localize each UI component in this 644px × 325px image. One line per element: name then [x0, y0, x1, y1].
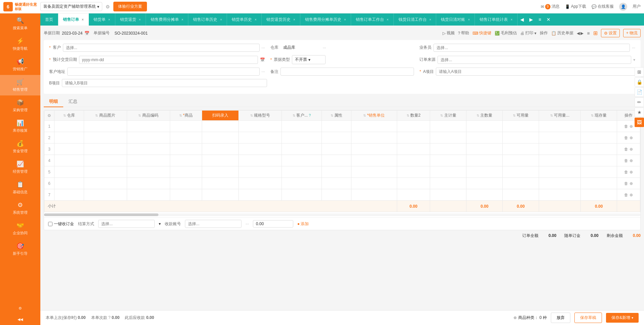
staff-ellipsis[interactable]: ···: [632, 45, 635, 50]
col-gear[interactable]: ⚙: [44, 111, 54, 121]
tab-sales-return[interactable]: 销货退货 ×: [115, 13, 146, 26]
col-scan[interactable]: 扫码录入: [202, 111, 239, 121]
remarks-input[interactable]: [280, 68, 414, 76]
horizontal-scrollbar[interactable]: [44, 213, 640, 216]
tab-detail[interactable]: 明细: [44, 96, 63, 107]
row-copy-6[interactable]: ⊕: [630, 181, 633, 186]
right-btn-grid[interactable]: ⊞: [635, 67, 644, 77]
right-btn-star[interactable]: ★: [635, 108, 644, 117]
view-btn[interactable]: ▷ 视频: [443, 30, 455, 36]
profit-btn[interactable]: 💹 毛利预估: [495, 30, 517, 36]
tab-fee-history[interactable]: 销售费用分摊单历史 ×: [300, 13, 351, 26]
staff-input[interactable]: [433, 44, 630, 52]
sidebar-settings-btn[interactable]: ⚙: [0, 303, 40, 314]
help-btn[interactable]: ? 帮助: [458, 30, 469, 36]
solution-button[interactable]: 体验行业方案: [113, 2, 147, 11]
sidebar-collapse-btn[interactable]: ◀◀: [0, 314, 40, 325]
settings-icon[interactable]: ⚙: [106, 4, 110, 9]
row-delete-4[interactable]: 🗑: [624, 158, 628, 163]
add-col-btn[interactable]: + 物流: [623, 29, 641, 37]
tab-close-order-workbench[interactable]: ×: [387, 18, 389, 22]
row-delete-5[interactable]: 🗑: [624, 170, 628, 174]
sidebar-item-sales[interactable]: 🛒 销售管理: [0, 75, 40, 95]
history-btn[interactable]: 📋 历史单据: [551, 30, 573, 36]
tab-daily-reconcile[interactable]: 钱货日清对账 ×: [436, 13, 475, 26]
row-copy-7[interactable]: ⊕: [630, 193, 633, 197]
add-payment-btn[interactable]: ● 添加: [297, 221, 309, 227]
order-source-input[interactable]: [438, 56, 631, 64]
row-copy-3[interactable]: ⊕: [630, 147, 633, 152]
tab-daily-workbench[interactable]: 钱货日清工作台 ×: [394, 13, 437, 26]
delivery-date-input[interactable]: [79, 56, 258, 64]
account-ellipsis[interactable]: ···: [245, 221, 249, 226]
tab-sales-fee[interactable]: 销售费用分摊单 ×: [146, 13, 189, 26]
tab-sales-goods[interactable]: 销货单 ×: [89, 13, 115, 26]
tab-close-daily-reconcile[interactable]: ×: [468, 18, 470, 22]
sidebar-item-system[interactable]: ⚙ 系统管理: [0, 198, 40, 218]
tab-home[interactable]: 首页: [40, 13, 58, 26]
row-delete-3[interactable]: 🗑: [624, 147, 628, 152]
save-new-btn[interactable]: 保存&新增 ▾: [606, 313, 639, 323]
account-input[interactable]: [185, 220, 241, 228]
operate-btn[interactable]: 操作: [540, 30, 548, 36]
online-support-btn[interactable]: 💬 在线客服: [592, 4, 614, 9]
tab-prev-btn[interactable]: ◀: [518, 17, 527, 22]
save-draft-btn[interactable]: 保存草稿: [574, 313, 602, 323]
tab-close-sales-fee[interactable]: ×: [182, 18, 184, 22]
right-btn-image[interactable]: 🖼: [635, 118, 644, 127]
tab-order-workbench[interactable]: 销售订单工作台 ×: [351, 13, 394, 26]
right-btn-edit[interactable]: ✏: [635, 97, 644, 107]
pay-method-input[interactable]: [98, 220, 155, 228]
tab-close-sales-order[interactable]: ×: [82, 18, 84, 22]
b-project-input[interactable]: [62, 79, 267, 87]
prev-record-btn[interactable]: ◀: [577, 31, 580, 36]
tab-close-sales-goods[interactable]: ×: [108, 18, 110, 22]
sidebar-item-finance[interactable]: 💰 资金管理: [0, 136, 40, 157]
customer-ellipsis[interactable]: ···: [262, 45, 265, 50]
tab-sales-order-history[interactable]: 销售订单历史 ×: [188, 13, 227, 26]
row-delete-1[interactable]: 🗑: [624, 124, 628, 129]
row-delete-2[interactable]: 🗑: [624, 135, 628, 140]
tab-sales-order[interactable]: 销售订单 ×: [58, 13, 89, 26]
right-btn-doc[interactable]: 📄: [635, 87, 644, 97]
next-record-btn[interactable]: ▶: [580, 31, 583, 36]
sidebar-item-quicknav[interactable]: ⚡ 快捷导航: [0, 34, 40, 54]
sidebar-item-purchase[interactable]: 📦 采购管理: [0, 95, 40, 116]
current-save-info[interactable]: ?: [108, 315, 111, 320]
row-delete-7[interactable]: 🗑: [624, 193, 628, 197]
order-source-chevron[interactable]: ▾: [633, 57, 635, 62]
tab-return-history[interactable]: 销货退货历史 ×: [262, 13, 300, 26]
tab-goods-history[interactable]: 销货单历史 ×: [227, 13, 262, 26]
tab-close-sales-order-history[interactable]: ×: [220, 18, 222, 22]
customer-input[interactable]: [63, 44, 260, 52]
system-selector[interactable]: 装备及固定资产辅助管理系统 ▾: [40, 2, 102, 11]
tab-close-sales-return[interactable]: ×: [139, 18, 141, 22]
row-copy-4[interactable]: ⊕: [630, 158, 633, 163]
sidebar-item-inventory[interactable]: 📊 库存核算: [0, 116, 40, 136]
address-ellipsis[interactable]: ···: [262, 69, 265, 74]
tab-next-btn[interactable]: ▶: [527, 17, 536, 22]
warehouse-ellipsis[interactable]: ···: [323, 45, 326, 50]
tab-close-daily-workbench[interactable]: ×: [429, 18, 431, 22]
shortcut-btn[interactable]: ⌨ 快捷键: [472, 30, 491, 36]
sidebar-item-guide[interactable]: 🎯 新手引导: [0, 239, 40, 259]
setting-btn[interactable]: ⚙ 设置: [601, 29, 620, 37]
scrollbar-thumb[interactable]: [44, 213, 158, 216]
app-download-btn[interactable]: 📱 App下载: [565, 4, 586, 9]
expand-btn[interactable]: ⊞: [593, 30, 598, 36]
tab-summary[interactable]: 汇总: [63, 96, 83, 107]
customer-address-input[interactable]: [67, 68, 260, 76]
quick-deposit-check[interactable]: [48, 222, 52, 226]
row-copy-2[interactable]: ⊕: [630, 135, 633, 140]
tab-sales-stats[interactable]: 销售订单统计表 ×: [475, 13, 518, 26]
tab-menu-btn[interactable]: ≡: [536, 17, 544, 22]
a-project-input[interactable]: [436, 68, 635, 76]
right-btn-lock[interactable]: 🔒: [635, 77, 644, 87]
row-copy-1[interactable]: ⊕: [630, 124, 633, 129]
tab-close-return-history[interactable]: ×: [293, 18, 295, 22]
quick-deposit-checkbox[interactable]: 一键收订金: [48, 221, 74, 227]
sidebar-item-basics[interactable]: 📋 基础信息: [0, 177, 40, 198]
row-delete-6[interactable]: 🗑: [624, 181, 628, 186]
delivery-date-icon[interactable]: 📅: [260, 57, 265, 62]
messages-btn[interactable]: ✉ 9 消息: [541, 4, 560, 9]
